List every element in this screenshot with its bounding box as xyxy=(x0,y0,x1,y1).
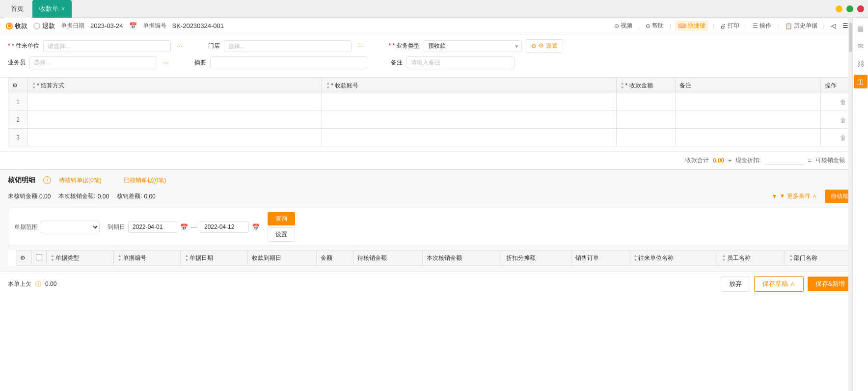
partner-input[interactable] xyxy=(43,40,171,52)
radio-refund[interactable]: 退款 xyxy=(33,22,55,30)
minimize-btn[interactable] xyxy=(836,5,842,12)
data-table: ⚙ ▲▼ * 结算方式 ▲▼ * 收款账号 xyxy=(8,78,860,146)
row-2-amount[interactable] xyxy=(616,111,675,129)
date-dash: — xyxy=(191,223,197,230)
code-label: 单据编号 xyxy=(143,22,166,30)
row-3-num: 3 xyxy=(8,129,28,146)
table-row: 1 🗑 ⊞ xyxy=(8,93,860,111)
filter-icon: ▼ xyxy=(772,193,778,200)
staff-label: 业务员 xyxy=(8,58,26,67)
current-value: 0.00 xyxy=(98,193,109,200)
sidebar-table-icon[interactable]: ▦ xyxy=(854,22,868,35)
date-from-cal-icon[interactable]: 📅 xyxy=(180,223,188,231)
row-3-settlement[interactable] xyxy=(28,129,322,146)
remark-input[interactable] xyxy=(407,56,515,68)
sidebar-link-icon[interactable]: ⛓ xyxy=(854,57,868,71)
date-label: 单据日期 xyxy=(61,22,84,30)
verify-done-tab[interactable]: 已核销单据(0笔) xyxy=(124,176,166,185)
current-label: 本次核销金额: xyxy=(58,192,95,200)
lower-col-partner: ▲▼ 往来单位名称 xyxy=(629,251,718,266)
radio-receive[interactable]: 收款 xyxy=(6,22,27,30)
tab-home[interactable]: 首页 xyxy=(4,0,30,18)
tab-active-label: 收款单 xyxy=(39,4,58,13)
row-1-remark[interactable] xyxy=(675,93,820,111)
filter-btn[interactable]: ▼ ▼ 更多条件 ∧ xyxy=(772,192,817,200)
history-btn[interactable]: 📋 历史单据 xyxy=(783,21,819,31)
lower-col-current: 本次核销金额 xyxy=(422,251,502,266)
row-1-account[interactable] xyxy=(322,93,616,111)
row-1-delete-icon[interactable]: 🗑 xyxy=(840,98,846,106)
range-label: 单据范围 xyxy=(14,223,38,231)
print-btn[interactable]: 🖨 打印 xyxy=(718,21,741,31)
partner-more-btn[interactable]: ··· xyxy=(175,42,185,50)
net-label: 可核销金额 xyxy=(815,156,845,165)
select-all-checkbox[interactable] xyxy=(36,254,42,260)
row-3-amount[interactable] xyxy=(616,129,675,146)
table-row: 2 🗑 ⊞ xyxy=(8,111,860,129)
filter-row: 单据范围 ▼ 到期日 📅 — 📅 查询 设置 xyxy=(8,208,860,246)
biztype-input[interactable] xyxy=(424,40,522,52)
diff-stat: 核销差额: 0.00 xyxy=(117,192,156,200)
maximize-btn[interactable] xyxy=(846,5,853,12)
row-1-amount[interactable] xyxy=(616,93,675,111)
shortcut-btn[interactable]: ⌨ 快捷键 xyxy=(675,21,708,31)
range-select[interactable] xyxy=(41,221,100,233)
draft-btn[interactable]: 保存草稿 ∧ xyxy=(754,276,804,292)
staff-input[interactable] xyxy=(29,56,157,68)
discard-btn[interactable]: 放弃 xyxy=(721,276,750,292)
operation-btn[interactable]: ☰ 操作 xyxy=(751,21,773,31)
row-1-settlement[interactable] xyxy=(28,93,322,111)
footer-info-icon[interactable]: ⓘ xyxy=(35,280,41,288)
filter-settings-btn[interactable]: 设置 xyxy=(268,227,295,242)
remark-label: 备注 xyxy=(391,58,403,67)
settings-btn[interactable]: ⚙ ⚙ 设置 xyxy=(526,39,563,53)
tab-close-btn[interactable]: × xyxy=(61,5,65,12)
shop-label: 门店 xyxy=(208,42,220,50)
row-3-remark[interactable] xyxy=(675,129,820,146)
table-settings-col[interactable]: ⚙ xyxy=(8,78,28,93)
form-row-1: * 往来单位 ··· 门店 ··· * 业务类型 ▼ ⚙ ⚙ 设置 xyxy=(8,39,860,53)
scrollbar-thumb[interactable] xyxy=(849,23,852,52)
lower-col-type: ▲▼ 单据类型 xyxy=(47,251,114,266)
row-2-account[interactable] xyxy=(322,111,616,129)
toolbar-right: ⊙ 视频 | ⊙ 帮助 | ⌨ 快捷键 | 🖨 打印 | ☰ 操作 | 📋 历史… xyxy=(612,21,862,31)
tab-active[interactable]: 收款单 × xyxy=(32,0,72,18)
layout-prev-icon[interactable]: ◁ xyxy=(829,21,839,31)
staff-more-btn[interactable]: ··· xyxy=(161,58,171,66)
help-btn[interactable]: ⊙ 帮助 xyxy=(644,21,666,31)
date-to-input[interactable] xyxy=(200,221,249,233)
sidebar-mail-icon[interactable]: ✉ xyxy=(854,39,868,53)
tab-home-label: 首页 xyxy=(11,4,24,13)
sidebar-active-icon[interactable]: ◫ xyxy=(854,75,868,88)
verify-info-icon[interactable]: i xyxy=(43,176,51,184)
row-2-remark[interactable] xyxy=(675,111,820,129)
row-2-num: 2 xyxy=(8,111,28,129)
lower-checkbox-col[interactable] xyxy=(32,251,47,266)
summary-input[interactable] xyxy=(210,56,367,68)
scrollbar-area xyxy=(848,18,852,391)
row-1-num: 1 xyxy=(8,93,28,111)
date-from-input[interactable] xyxy=(128,221,177,233)
row-3-delete-icon[interactable]: 🗑 xyxy=(840,134,846,141)
lower-settings-col[interactable]: ⚙ xyxy=(16,251,32,266)
lower-col-dept: ▲▼ 部门名称 xyxy=(785,251,852,266)
footer-local-label: 本单上欠 xyxy=(8,280,31,288)
main-area: 收款 退款 单据日期 2023-03-24 📅 单据编号 SK-20230324… xyxy=(0,18,868,391)
calendar-icon[interactable]: 📅 xyxy=(129,22,137,29)
shop-more-btn[interactable]: ··· xyxy=(355,42,365,50)
diff-label: 核销差额: xyxy=(117,192,142,200)
shop-input[interactable] xyxy=(224,40,352,52)
video-btn[interactable]: ⊙ 视频 xyxy=(612,21,634,31)
date-to-cal-icon[interactable]: 📅 xyxy=(252,223,260,231)
row-3-account[interactable] xyxy=(322,129,616,146)
discount-input[interactable] xyxy=(765,156,804,165)
row-2-settlement[interactable] xyxy=(28,111,322,129)
date-value: 2023-03-24 xyxy=(90,22,123,29)
unchecked-label: 未核销金额 xyxy=(8,192,37,200)
close-btn[interactable] xyxy=(857,5,864,12)
settings-btn-label: ⚙ 设置 xyxy=(539,42,557,50)
row-2-delete-icon[interactable]: 🗑 xyxy=(840,116,846,124)
query-btn[interactable]: 查询 xyxy=(268,212,295,225)
col-amount: ▲▼ * 收款金额 xyxy=(616,78,675,93)
verify-pending-tab[interactable]: 待核销单据(0笔) xyxy=(59,176,102,185)
